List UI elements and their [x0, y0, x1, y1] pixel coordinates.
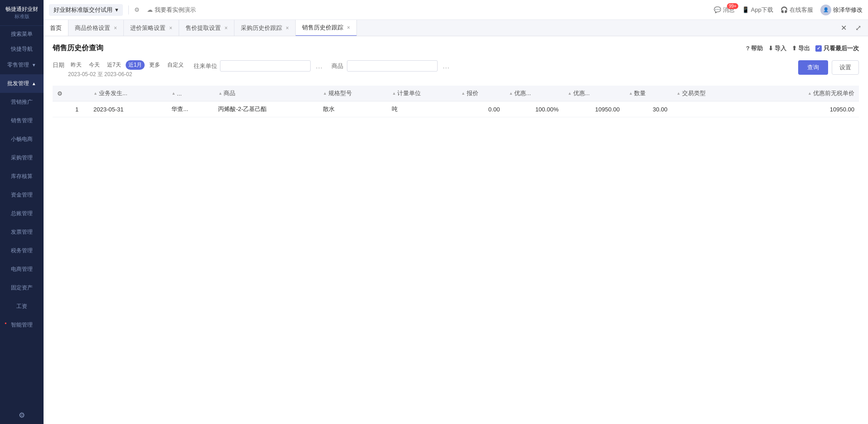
col-discount2[interactable]: ▲ 优惠... — [563, 86, 624, 101]
sidebar-search[interactable]: 搜索菜单 — [0, 26, 44, 43]
tab-sales-history[interactable]: 销售历史价跟踪 × — [296, 20, 357, 36]
product-input[interactable] — [347, 60, 438, 72]
cloud-icon: ☁ — [147, 6, 153, 13]
sidebar-item-sales[interactable]: 销售管理 — [0, 111, 44, 130]
settings-icon[interactable]: ⚙ — [4, 411, 40, 419]
divider — [128, 5, 129, 14]
source-more-button[interactable]: … — [313, 61, 324, 71]
sidebar-item-marketing[interactable]: 营销推广 — [0, 93, 44, 111]
close-icon[interactable]: × — [347, 24, 350, 31]
message-badge: 99+ — [727, 3, 738, 9]
date-7days[interactable]: 近7天 — [104, 60, 124, 70]
row-spec-cell: 散水 — [318, 101, 387, 117]
sidebar-item-purchase[interactable]: 采购管理 — [0, 149, 44, 167]
tab-purchase-history[interactable]: 采购历史价跟踪 × — [234, 20, 296, 36]
tab-label: 销售历史价跟踪 — [302, 24, 343, 32]
col-price[interactable]: ▲ 报价 — [457, 86, 504, 101]
sidebar: 畅捷通好业财 标准版 搜索菜单 快捷导航 零售管理 ▼ 批发管理 ▲ 营销推广 … — [0, 0, 44, 424]
close-tab-button[interactable]: ✕ — [837, 22, 850, 34]
sidebar-item-finance[interactable]: 资金管理 — [0, 186, 44, 204]
sidebar-item-label: 发票管理 — [11, 229, 33, 235]
product-selector[interactable]: 好业财标准版交付试用 ▾ — [49, 4, 123, 16]
tab-home-label: 首页 — [50, 24, 62, 32]
tab-label: 售价提取设置 — [185, 24, 221, 32]
col-settings[interactable]: ⚙ — [53, 86, 71, 101]
row-more-cell: 华查... — [167, 101, 214, 117]
close-icon[interactable]: × — [114, 25, 117, 31]
date-range-display: 2023-05-02 至 2023-06-02 — [68, 71, 132, 77]
sidebar-item-label: 采购管理 — [11, 154, 33, 161]
app-download-button[interactable]: 📱 App下载 — [742, 6, 773, 14]
tab-label: 进价策略设置 — [130, 24, 166, 32]
sidebar-item-label: 智能管理 — [11, 322, 33, 328]
tabs-controls: ✕ ⤢ — [837, 22, 868, 34]
col-spec[interactable]: ▲ 规格型号 — [318, 86, 387, 101]
sort-up-icon: ▲ — [461, 91, 465, 96]
sidebar-item-ledger[interactable]: 总账管理 — [0, 204, 44, 223]
sidebar-item-label: 税务管理 — [11, 247, 33, 254]
col-discount2-label: 优惠... — [573, 89, 590, 97]
close-icon[interactable]: × — [286, 25, 289, 31]
close-icon[interactable]: × — [169, 25, 172, 31]
col-pretax-price-label: 优惠前无税单价 — [813, 89, 854, 97]
tab-price-settings[interactable]: 商品价格设置 × — [68, 20, 124, 36]
tab-home[interactable]: 首页 — [44, 20, 68, 36]
sort-up-icon: ▲ — [509, 91, 513, 96]
sidebar-item-tax[interactable]: 税务管理 — [0, 241, 44, 260]
gear-icon[interactable]: ⚙ — [134, 6, 140, 13]
date-today[interactable]: 今天 — [86, 60, 102, 70]
message-icon: 💬 — [714, 6, 721, 13]
sidebar-item-payroll[interactable]: 工资 — [0, 297, 44, 316]
tab-purchase-strategy[interactable]: 进价策略设置 × — [124, 20, 179, 36]
sidebar-item-label: 库存核算 — [11, 173, 33, 179]
page-header: 销售历史价查询 ? 帮助 ⬇ 导入 ⬆ 导出 ✓ 只看最后一次 — [53, 43, 859, 53]
query-button[interactable]: 查询 — [798, 60, 828, 75]
row-price-cell: 0.00 — [457, 101, 504, 117]
import-button[interactable]: ⬇ 导入 — [768, 44, 786, 53]
help-button[interactable]: ? 帮助 — [746, 44, 763, 53]
online-service-button[interactable]: 🎧 在线客服 — [780, 6, 813, 14]
tab-sale-extract[interactable]: 售价提取设置 × — [179, 20, 234, 36]
settings-button[interactable]: 设置 — [832, 60, 859, 75]
sidebar-item-wholesale[interactable]: 批发管理 ▲ — [0, 74, 44, 93]
only-last-checkbox[interactable]: ✓ 只看最后一次 — [815, 44, 859, 53]
online-service-label: 在线客服 — [790, 6, 813, 14]
date-1month[interactable]: 近1月 — [126, 60, 145, 70]
col-trans-type[interactable]: ▲ 交易类型 — [672, 86, 741, 101]
col-product[interactable]: ▲ 商品 — [214, 86, 318, 101]
date-more[interactable]: 更多 — [146, 60, 163, 70]
main-area: 好业财标准版交付试用 ▾ ⚙ ☁ 我要看实例演示 💬 消息 99+ 📱 App下… — [44, 0, 868, 424]
chevron-down-icon: ▾ — [115, 6, 118, 13]
message-button[interactable]: 💬 消息 99+ — [714, 6, 735, 14]
sidebar-item-retail[interactable]: 零售管理 ▼ — [0, 56, 44, 74]
user-menu[interactable]: 👤 徐泽华修改 — [820, 5, 863, 15]
table-header-row: ⚙ ▲ 业务发生... ▲ ... — [53, 86, 859, 101]
sidebar-item-smart[interactable]: 智能管理 — [0, 316, 44, 334]
sidebar-item-label: 零售管理 — [7, 62, 29, 68]
export-button[interactable]: ⬆ 导出 — [792, 44, 810, 53]
product-more-button[interactable]: … — [440, 61, 451, 71]
sidebar-item-inventory[interactable]: 库存核算 — [0, 167, 44, 186]
username: 徐泽华修改 — [833, 6, 863, 14]
sidebar-item-ecommerce[interactable]: 电商管理 — [0, 260, 44, 279]
col-discount1[interactable]: ▲ 优惠... — [504, 86, 563, 101]
col-pretax-price[interactable]: ▲ 优惠前无税单价 — [758, 86, 859, 101]
source-input[interactable] — [220, 60, 311, 72]
sidebar-quick-nav[interactable]: 快捷导航 — [0, 43, 44, 56]
maximize-tab-button[interactable]: ⤢ — [852, 22, 864, 34]
col-unit[interactable]: ▲ 计量单位 — [387, 86, 456, 101]
col-product-label: 商品 — [224, 89, 235, 97]
demo-button[interactable]: ☁ 我要看实例演示 — [147, 6, 196, 14]
sidebar-item-invoice[interactable]: 发票管理 — [0, 223, 44, 241]
date-custom[interactable]: 自定义 — [165, 60, 186, 70]
product-filter-group: 商品 … — [332, 60, 451, 72]
sidebar-item-xiaochangec[interactable]: 小畅电商 — [0, 130, 44, 149]
col-qty[interactable]: ▲ 数量 — [624, 86, 672, 101]
close-icon[interactable]: × — [224, 25, 228, 31]
date-yesterday[interactable]: 昨天 — [68, 60, 84, 70]
sidebar-item-assets[interactable]: 固定资产 — [0, 279, 44, 297]
headset-icon: 🎧 — [780, 6, 788, 13]
col-more[interactable]: ▲ ... — [167, 86, 214, 101]
col-biz-date[interactable]: ▲ 业务发生... — [89, 86, 167, 101]
sort-up-icon: ▲ — [568, 91, 572, 96]
